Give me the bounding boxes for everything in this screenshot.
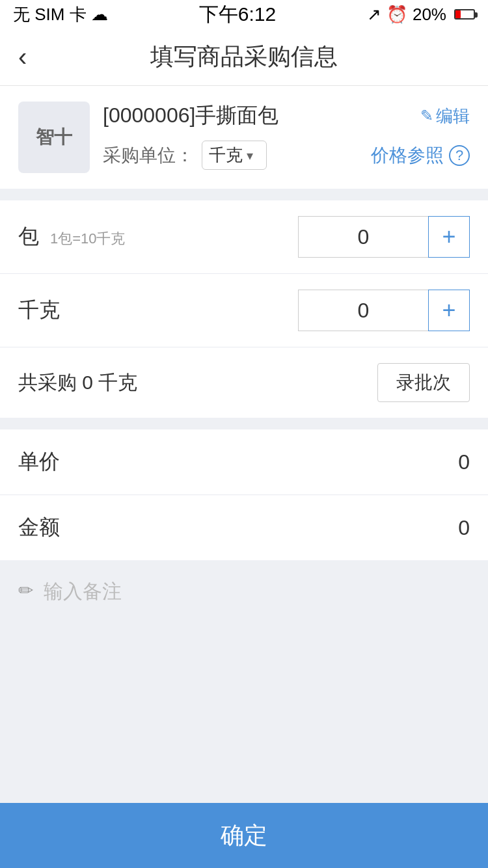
input-section: 包 1包=10千克 + 千克 + (0, 200, 488, 347)
info-row-price: 单价 0 (0, 429, 488, 495)
record-batch-button[interactable]: 录批次 (377, 363, 470, 402)
status-time: 下午6:12 (199, 1, 276, 28)
nav-icon: ↗ (367, 5, 381, 25)
summary-text: 共采购 0 千克 (18, 370, 137, 396)
label-text-kg: 千克 (18, 298, 60, 321)
product-name-row: [0000006]手撕面包 ✎ 编辑 (103, 102, 470, 130)
product-thumb-text: 智十 (36, 125, 72, 150)
edit-icon: ✎ (420, 107, 433, 125)
status-right: ↗ ⏰ 20% (367, 5, 475, 25)
nav-bar: ‹ 填写商品采购信息 (0, 29, 488, 86)
amount-label: 金额 (18, 513, 60, 542)
page-content: 智十 [0000006]手撕面包 ✎ 编辑 采购单位： 千克 ▾ (0, 86, 488, 868)
battery-label: 20% (413, 5, 446, 25)
remark-section[interactable]: ✏ 输入备注 (0, 560, 488, 807)
page-title: 填写商品采购信息 (150, 41, 338, 73)
confirm-button[interactable]: 确定 (0, 803, 488, 868)
input-control-bao: + (298, 216, 470, 258)
unit-selector-group: 采购单位： 千克 ▾ (103, 141, 267, 170)
price-value: 0 (458, 450, 470, 474)
back-button[interactable]: ‹ (18, 42, 27, 72)
help-icon: ? (449, 145, 470, 166)
edit-button[interactable]: ✎ 编辑 (420, 105, 470, 128)
info-section: 单价 0 金额 0 (0, 429, 488, 560)
price-ref-label: 价格参照 (371, 143, 444, 168)
status-bar: 无 SIM 卡 ☁ 下午6:12 ↗ ⏰ 20% (0, 0, 488, 29)
section-divider-2 (0, 418, 488, 429)
summary-row: 共采购 0 千克 录批次 (0, 347, 488, 418)
edit-label: 编辑 (436, 105, 470, 128)
input-control-kg: + (298, 290, 470, 331)
input-row-bao: 包 1包=10千克 + (0, 200, 488, 274)
product-name: [0000006]手撕面包 (103, 102, 278, 130)
pencil-icon: ✏ (18, 580, 33, 601)
status-left: 无 SIM 卡 ☁ (13, 3, 108, 26)
qty-input-kg[interactable] (298, 290, 428, 331)
battery-icon (454, 9, 475, 20)
unit-value: 千克 (209, 144, 243, 167)
unit-label: 采购单位： (103, 143, 194, 168)
alarm-icon: ⏰ (386, 5, 407, 25)
price-label: 单价 (18, 448, 60, 476)
unit-dropdown-arrow: ▾ (247, 148, 253, 163)
sim-label: 无 SIM 卡 ☁ (13, 3, 108, 26)
price-reference-button[interactable]: 价格参照 ? (371, 143, 470, 168)
unit-select[interactable]: 千克 ▾ (202, 141, 267, 170)
product-unit-row: 采购单位： 千克 ▾ 价格参照 ? (103, 141, 470, 170)
qty-input-bao[interactable] (298, 216, 428, 258)
product-card: 智十 [0000006]手撕面包 ✎ 编辑 采购单位： 千克 ▾ (0, 86, 488, 189)
amount-value: 0 (458, 516, 470, 540)
section-divider-1 (0, 189, 488, 200)
remark-placeholder: 输入备注 (44, 578, 122, 605)
info-row-amount: 金额 0 (0, 495, 488, 560)
qty-plus-bao[interactable]: + (428, 216, 470, 258)
input-row-kg: 千克 + (0, 274, 488, 347)
product-info: [0000006]手撕面包 ✎ 编辑 采购单位： 千克 ▾ 价格参照 ? (103, 102, 470, 170)
input-label-bao: 包 1包=10千克 (18, 223, 125, 251)
label-text-bao: 包 (18, 224, 39, 248)
sublabel-bao: 1包=10千克 (50, 230, 126, 247)
input-label-kg: 千克 (18, 296, 65, 325)
product-thumbnail: 智十 (18, 102, 90, 173)
qty-plus-kg[interactable]: + (428, 290, 470, 331)
